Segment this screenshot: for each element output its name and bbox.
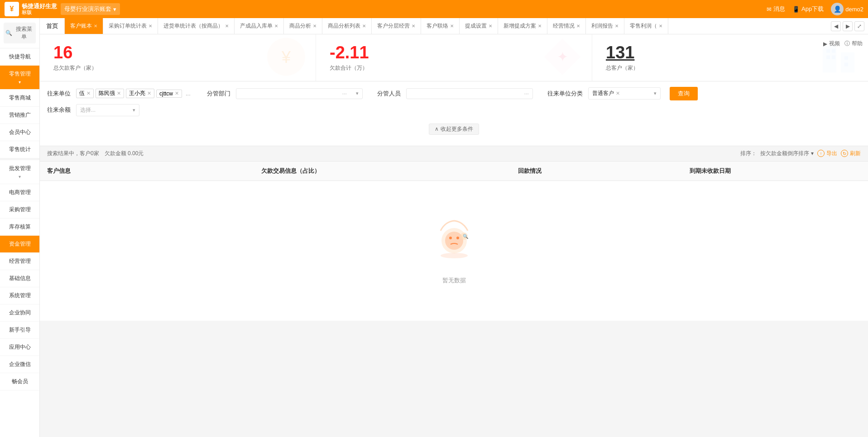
sidebar-item-ecommerce[interactable]: 电商管理 <box>0 184 39 201</box>
refresh-icon: ↻ <box>841 150 848 157</box>
filter-unit-category-select[interactable]: 普通客户 ✕ ▾ <box>588 87 661 100</box>
chevron-down-icon: ▾ <box>19 80 21 85</box>
tab-retail-profit[interactable]: 零售利润（ ✕ <box>624 18 668 34</box>
filter-person-select[interactable]: ··· <box>406 88 533 99</box>
sidebar-item-retail-stats[interactable]: 零售统计 <box>0 141 39 158</box>
sidebar-item-membership[interactable]: 畅会员 <box>0 373 39 390</box>
tab-close-btn[interactable]: ✕ <box>659 24 662 28</box>
tab-close-btn[interactable]: ✕ <box>615 24 619 28</box>
filter-tag-more[interactable]: ... <box>184 89 192 98</box>
tab-operations-overview[interactable]: 经营情况 ✕ <box>547 18 586 34</box>
table-header-col-2: 欠款交易信息（占比） <box>261 167 518 175</box>
sidebar-item-inventory[interactable]: 库存核算 <box>0 218 39 236</box>
table-header-col-3: 回款情况 <box>518 167 689 175</box>
stat-value-arrears: -2.11 <box>330 43 578 62</box>
sidebar-label: 零售商城 <box>9 94 31 102</box>
tab-close-btn[interactable]: ✕ <box>94 24 97 28</box>
filter-dept-select[interactable]: ··· ▾ <box>236 88 363 99</box>
search-result-text: 搜索结果中，客户0家 <box>47 150 99 157</box>
sidebar-item-new-guide[interactable]: 新手引导 <box>0 322 39 339</box>
tabs-expand-btn[interactable]: ⤢ <box>854 21 864 31</box>
stat-label-customers: 总欠款客户（家） <box>53 64 302 72</box>
sidebar-item-wecom[interactable]: 企业微信 <box>0 356 39 373</box>
tab-customer-contact[interactable]: 客户联络 ✕ <box>421 18 460 34</box>
sidebar-item-retail-mgmt[interactable]: 零售管理 ▾ <box>0 66 39 90</box>
tag-close-btn[interactable]: ✕ <box>117 90 121 96</box>
tab-product-analysis-list[interactable]: 商品分析列表 ✕ <box>322 18 372 34</box>
sidebar-item-retail-mall[interactable]: 零售商城 <box>0 90 39 107</box>
tab-home[interactable]: 首页 <box>40 18 65 34</box>
tag-close-btn[interactable]: ✕ <box>175 90 179 96</box>
tab-profit-report[interactable]: 利润报告 ✕ <box>586 18 624 34</box>
tab-customer-layering[interactable]: 客户分层经营 ✕ <box>372 18 421 34</box>
workspace-dropdown[interactable]: 母婴行业演示账套 ▾ <box>61 3 120 15</box>
tab-product-analysis[interactable]: 商品分析 ✕ <box>284 18 322 34</box>
sidebar-item-enterprise[interactable]: 企业协同 <box>0 304 39 322</box>
sidebar-label: 零售统计 <box>9 146 31 153</box>
sidebar-item-finance[interactable]: 资金管理 <box>0 236 39 253</box>
sidebar-item-app-center[interactable]: 应用中心 <box>0 339 39 356</box>
download-icon: 📱 <box>792 6 800 13</box>
tab-close-btn[interactable]: ✕ <box>450 24 454 28</box>
tab-close-btn[interactable]: ✕ <box>225 24 229 28</box>
tab-commission-settings[interactable]: 提成设置 ✕ <box>460 18 498 34</box>
sidebar: 🔍 搜索菜单 快捷导航 零售管理 ▾ 零售商城 营销推广 会员中心 零售统计 <box>0 18 40 437</box>
collapse-btn[interactable]: ∧ 收起更多条件 <box>429 124 479 135</box>
stat-card-total-customers: 131 总客户（家） ▶ 视频 ⓘ 帮助 <box>592 34 868 81</box>
tab-close-btn[interactable]: ✕ <box>362 24 366 28</box>
tab-close-btn[interactable]: ✕ <box>576 24 580 28</box>
user-avatar-btn[interactable]: 👤 demo2 <box>831 3 863 15</box>
tab-close-btn[interactable]: ✕ <box>274 24 278 28</box>
filter-remainder-select[interactable]: 选择... ▾ <box>76 104 139 116</box>
tab-purchase-order-stats[interactable]: 采购订单统计表 ✕ <box>103 18 158 34</box>
sidebar-item-operations[interactable]: 经营管理 <box>0 253 39 270</box>
tag-close-btn[interactable]: ✕ <box>147 90 151 96</box>
tag-close-btn[interactable]: ✕ <box>86 90 91 96</box>
tab-close-btn[interactable]: ✕ <box>412 24 415 28</box>
sidebar-item-basic-info[interactable]: 基础信息 <box>0 270 39 287</box>
filter-row-2: 往来余额 选择... ▾ <box>47 104 861 116</box>
app-download-btn[interactable]: 📱 App下载 <box>792 5 824 13</box>
filter-dept-label: 分管部门 <box>207 90 230 98</box>
sidebar-item-member-center[interactable]: 会员中心 <box>0 124 39 141</box>
tag-close-btn[interactable]: ✕ <box>616 90 620 96</box>
tab-close-btn[interactable]: ✕ <box>149 24 152 28</box>
export-btn[interactable]: ↑ 导出 <box>817 150 837 157</box>
table-header: 客户信息 欠款交易信息（占比） 回款情况 到期未收款日期 <box>40 162 868 181</box>
svg-rect-7 <box>826 56 830 59</box>
video-icon: ▶ <box>823 41 827 47</box>
tab-close-btn[interactable]: ✕ <box>313 24 317 28</box>
tab-customer-ledger[interactable]: 客户账本 ✕ <box>65 18 103 34</box>
tabs-scroll-left-btn[interactable]: ◀ <box>831 21 841 31</box>
filter-remainder-label: 往来余额 <box>47 106 71 114</box>
tab-close-btn[interactable]: ✕ <box>489 24 492 28</box>
sort-value: 按欠款金额倒序排序 <box>760 150 809 157</box>
search-menu-btn[interactable]: 🔍 搜索菜单 <box>4 23 36 43</box>
tab-product-entry[interactable]: 产成品入库单 ✕ <box>235 18 284 34</box>
sidebar-item-system[interactable]: 系统管理 <box>0 287 39 304</box>
stat-value-customers: 16 <box>53 43 302 62</box>
stat-bg-icon: ¥ <box>266 37 307 79</box>
filter-unit-tags: 伍 ✕ 陈民强 ✕ 王小亮 ✕ <box>76 89 192 98</box>
video-btn[interactable]: ▶ 视频 <box>823 40 840 48</box>
tab-close-btn[interactable]: ✕ <box>538 24 542 28</box>
help-btn[interactable]: ⓘ 帮助 <box>844 40 863 48</box>
tabs-controls: ◀ ▶ ⤢ <box>827 21 868 31</box>
filter-row-1: 往来单位 伍 ✕ 陈民强 ✕ 王小亮 <box>47 87 861 100</box>
sidebar-label: 营销推广 <box>9 111 31 119</box>
sidebar-item-marketing[interactable]: 营销推广 <box>0 107 39 124</box>
stat-card-customers: ¥ 16 总欠款客户（家） <box>40 34 316 81</box>
refresh-btn[interactable]: ↻ 刷新 <box>841 150 861 157</box>
content-area: 首页 客户账本 ✕ 采购订单统计表 ✕ 进货单统计表（按商品） ✕ 产成品入库单… <box>40 18 868 437</box>
sidebar-item-batch-mgmt[interactable]: 批发管理 ▾ <box>0 160 39 184</box>
tabs-scroll-right-btn[interactable]: ▶ <box>843 21 853 31</box>
sidebar-item-purchase-mgmt[interactable]: 采购管理 <box>0 201 39 218</box>
sidebar-label: 零售管理 <box>9 70 31 78</box>
query-button[interactable]: 查询 <box>670 87 698 100</box>
tab-add-commission[interactable]: 新增提成方案 ✕ <box>498 18 547 34</box>
sidebar-item-quick-nav[interactable]: 快捷导航 <box>0 48 39 66</box>
tab-purchase-stats-by-product[interactable]: 进货单统计表（按商品） ✕ <box>158 18 235 34</box>
message-btn[interactable]: ✉ 消息 <box>767 5 785 13</box>
search-result-amount: 欠款金额 0.00元 <box>105 150 144 157</box>
sort-select[interactable]: 按欠款金额倒序排序 ▾ <box>760 150 814 157</box>
